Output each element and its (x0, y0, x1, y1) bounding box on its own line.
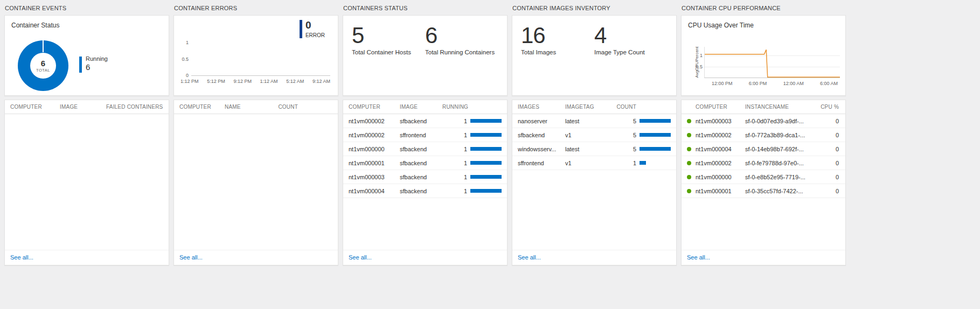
container-errors-tile[interactable]: 0 ERROR 1 0.5 0 1:12 PM 5:12 PM 9:12 PM … (173, 15, 338, 96)
cell-cpu-percent: 0 (816, 160, 840, 166)
stat-label-total-images: Total Images (521, 49, 594, 55)
table-row[interactable]: nanoserverlatest5 (512, 114, 676, 128)
cell-computer: nt1vm000004 (349, 188, 400, 194)
table-row[interactable]: nt1vm000003sf-0-0d07ed39-a9df-...0 (682, 114, 845, 128)
cell-computer: nt1vm000003 (696, 118, 745, 124)
stat-total-images: 16 Total Images (521, 24, 594, 55)
errors-table-header: COMPUTER NAME COUNT (174, 100, 338, 114)
value-text: 1 (464, 160, 467, 166)
table-row[interactable]: nt1vm000002sffrontend1 (343, 128, 507, 142)
table-row[interactable]: nt1vm000004sfbackend1 (343, 184, 507, 198)
table-row[interactable]: nt1vm000000sfbackend1 (343, 142, 507, 156)
see-all-link-cpu[interactable]: See all... (682, 250, 845, 265)
see-all-link-status[interactable]: See all... (343, 250, 507, 265)
cell-image-name: sfbackend (518, 132, 565, 138)
value-bar (640, 147, 671, 151)
error-metric: 0 ERROR (300, 20, 325, 38)
see-all-link-errors[interactable]: See all... (174, 250, 338, 265)
containers-status-tile[interactable]: 5 Total Container Hosts 6 Total Running … (343, 15, 508, 96)
see-all-link-events[interactable]: See all... (5, 250, 169, 265)
cell-image-tag: latest (565, 118, 611, 124)
cell-computer: nt1vm000002 (349, 118, 400, 124)
table-row[interactable]: nt1vm000001sf-0-35cc57fd-7422-...0 (682, 184, 845, 198)
errors-xtick: 9:12 PM (233, 79, 252, 84)
cell-value: 5 (611, 118, 671, 124)
table-row[interactable]: sfbackendv15 (512, 128, 676, 142)
column-title-container-events: CONTAINER EVENTS (4, 3, 169, 15)
cell-value: 1 (442, 160, 502, 166)
status-dot-cell (687, 119, 696, 123)
value-bar (470, 175, 502, 179)
value-bar (640, 119, 671, 123)
stat-label-hosts: Total Container Hosts (352, 49, 425, 55)
status-dot-cell (687, 147, 696, 151)
table-row[interactable]: nt1vm000000sf-0-e8b52e95-7719-...0 (682, 170, 845, 184)
value-text: 5 (633, 132, 636, 138)
cell-computer: nt1vm000002 (349, 132, 400, 138)
col-header-count: COUNT (273, 104, 332, 110)
see-all-link-images[interactable]: See all... (512, 250, 676, 265)
table-row[interactable]: nt1vm000002sfbackend1 (343, 114, 507, 128)
status-dot-cell (687, 175, 696, 179)
column-container-cpu-performance: CONTAINER CPU PERFORMANCE CPU Usage Over… (681, 3, 846, 265)
value-text: 1 (464, 188, 467, 194)
table-row[interactable]: nt1vm000002sf-0-772a3b89-dca1-...0 (682, 128, 845, 142)
column-containers-status: CONTAINERS STATUS 5 Total Container Host… (343, 3, 508, 265)
events-table-header: COMPUTER IMAGE FAILED CONTAINERS (5, 100, 169, 114)
value-bar (470, 133, 502, 137)
stat-value-image-types: 4 (594, 24, 668, 47)
error-metric-text: 0 ERROR (305, 20, 325, 38)
cpu-table-card: COMPUTER INSTANCENAME CPU % nt1vm000003s… (681, 100, 846, 265)
cell-instancename: sf-0-14eb98b7-692f-... (745, 146, 816, 152)
container-monitoring-dashboard: CONTAINER EVENTS Container Status 6 TOTA… (0, 0, 980, 265)
cell-value: 1 (442, 188, 502, 194)
cpu-chart-xlabels: 12:00 PM 6:00 PM 12:00 AM 6:00 AM (704, 78, 840, 86)
column-container-events: CONTAINER EVENTS Container Status 6 TOTA… (4, 3, 169, 265)
bar-container (470, 175, 502, 179)
cell-computer: nt1vm000000 (349, 146, 400, 152)
table-row[interactable]: sffrontendv11 (512, 156, 676, 170)
legend-color-bar (79, 57, 82, 73)
error-count-value: 0 (305, 20, 325, 31)
cell-computer: nt1vm000002 (696, 132, 745, 138)
cell-value: 1 (611, 160, 671, 166)
container-status-tile[interactable]: Container Status 6 TOTAL Running 6 (4, 15, 169, 96)
table-row[interactable]: windowsserv...latest5 (512, 142, 676, 156)
legend-label-running: Running (86, 55, 108, 62)
column-title-containers-status: CONTAINERS STATUS (343, 3, 508, 15)
value-text: 1 (464, 118, 467, 124)
table-row[interactable]: nt1vm000004sf-0-14eb98b7-692f-...0 (682, 142, 845, 156)
green-status-dot (687, 119, 691, 123)
cell-image-tag: v1 (565, 160, 611, 166)
value-text: 5 (633, 146, 636, 152)
stat-value-hosts: 5 (352, 24, 425, 47)
table-row[interactable]: nt1vm000002sf-0-fe79788d-97e0-...0 (682, 156, 845, 170)
value-text: 5 (633, 118, 636, 124)
table-row[interactable]: nt1vm000003sfbackend1 (343, 170, 507, 184)
status-dot-cell (687, 161, 696, 165)
images-inventory-tile[interactable]: 16 Total Images 4 Image Type Count (512, 15, 677, 96)
errors-xtick: 5:12 PM (207, 79, 225, 84)
table-row[interactable]: nt1vm000001sfbackend1 (343, 156, 507, 170)
stat-total-container-hosts: 5 Total Container Hosts (352, 24, 425, 55)
value-bar (470, 189, 502, 193)
cell-image-name: windowsserv... (518, 146, 565, 152)
status-dot-cell (687, 189, 696, 193)
col-header-failed-containers: FAILED CONTAINERS (106, 104, 163, 110)
donut-legend: Running 6 (79, 55, 108, 73)
stat-image-type-count: 4 Image Type Count (594, 24, 668, 55)
col-header-computer: COMPUTER (179, 104, 225, 110)
cell-value: 1 (442, 118, 502, 124)
col-header-count: COUNT (611, 104, 671, 110)
bar-container (640, 161, 671, 165)
column-container-images-inventory: CONTAINER IMAGES INVENTORY 16 Total Imag… (512, 3, 677, 265)
cell-cpu-percent: 0 (816, 188, 840, 194)
cell-image: sfbackend (400, 188, 442, 194)
cpu-performance-tile[interactable]: CPU Usage Over Time AvgCPUPercent 1 0.5 … (681, 15, 846, 96)
stat-label-image-types: Image Type Count (594, 49, 668, 55)
cell-image-tag: latest (565, 146, 611, 152)
stat-value-running: 6 (425, 24, 498, 47)
bar-container (470, 147, 502, 151)
errors-xtick: 1:12 AM (260, 79, 278, 84)
tile-title-container-status: Container Status (5, 16, 169, 29)
